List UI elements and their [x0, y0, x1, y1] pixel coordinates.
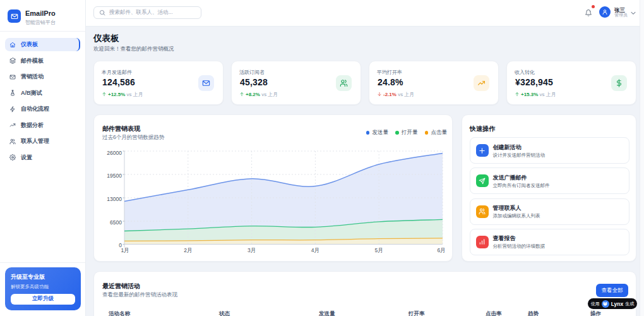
- svg-text:3月: 3月: [247, 247, 256, 253]
- svg-text:19500: 19500: [107, 173, 122, 179]
- svg-text:6500: 6500: [110, 219, 122, 226]
- svg-text:6月: 6月: [437, 247, 445, 253]
- svg-text:2月: 2月: [184, 247, 192, 253]
- svg-text:26000: 26000: [107, 150, 122, 156]
- svg-text:1月: 1月: [121, 247, 129, 253]
- svg-text:13000: 13000: [107, 196, 122, 202]
- svg-text:5月: 5月: [375, 247, 383, 253]
- svg-text:4月: 4月: [311, 247, 319, 253]
